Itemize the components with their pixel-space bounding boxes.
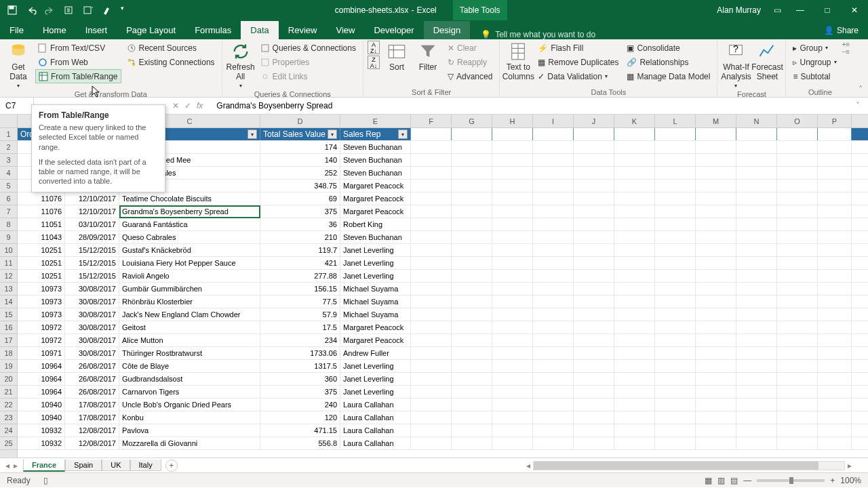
table-row[interactable]: 1025115/12/2015Gustaf's Knäckebröd119.7J… bbox=[18, 244, 868, 257]
tab-formulas[interactable]: Formulas bbox=[185, 21, 241, 39]
remove-duplicates-button[interactable]: ▦Remove Duplicates bbox=[535, 55, 621, 69]
filter-dropdown-icon[interactable]: ▾ bbox=[328, 129, 337, 139]
table-row[interactable]: 1094017/08/2017Konbu120Laura Callahan bbox=[18, 411, 868, 424]
row-header[interactable]: 19 bbox=[0, 360, 17, 373]
table-row[interactable]: 1107612/10/2017Grandma's Boysenberry Spr… bbox=[18, 205, 868, 218]
table-row[interactable]: 1096426/08/2017Gudbrandsdalsost360Janet … bbox=[18, 373, 868, 386]
row-header[interactable]: 14 bbox=[0, 296, 17, 308]
flash-fill-button[interactable]: ⚡Flash Fill bbox=[535, 41, 621, 55]
table-row[interactable]: 1093212/08/2017Mozzarella di Giovanni556… bbox=[18, 437, 868, 450]
zoom-in-button[interactable]: + bbox=[830, 476, 835, 485]
fx-icon[interactable]: fx bbox=[197, 101, 207, 110]
from-table-range-button[interactable]: From Table/Range bbox=[35, 69, 121, 83]
table-row[interactable]: 1104328/09/2017Queso Cabrales210Steven B… bbox=[18, 231, 868, 244]
page-break-view-icon[interactable]: ▤ bbox=[730, 476, 738, 485]
name-box[interactable]: C7 bbox=[0, 98, 34, 114]
col-header[interactable]: G bbox=[452, 115, 492, 127]
macro-record-icon[interactable]: ▯ bbox=[43, 476, 48, 485]
page-layout-view-icon[interactable]: ▥ bbox=[717, 476, 725, 485]
row-header[interactable]: 10 bbox=[0, 244, 17, 257]
row-header[interactable]: 23 bbox=[0, 411, 17, 424]
col-header[interactable]: J bbox=[574, 115, 614, 127]
row-header[interactable]: 2 bbox=[0, 141, 17, 154]
what-if-button[interactable]: ? What-If Analysis▾ bbox=[722, 41, 750, 90]
table-row[interactable]: 1094017/08/2017Uncle Bob's Organic Dried… bbox=[18, 399, 868, 411]
tab-review[interactable]: Review bbox=[279, 21, 327, 39]
row-header[interactable]: 9 bbox=[0, 231, 17, 244]
row-header[interactable]: 24 bbox=[0, 424, 17, 437]
row-header[interactable]: 4 bbox=[0, 167, 17, 180]
table-row[interactable]: 1096426/08/2017Côte de Blaye1317.5Janet … bbox=[18, 360, 868, 373]
row-header[interactable]: 20 bbox=[0, 373, 17, 386]
close-button[interactable]: ✕ bbox=[841, 0, 868, 20]
row-header[interactable]: 5 bbox=[0, 180, 17, 192]
enter-formula-icon[interactable]: ✓ bbox=[184, 101, 191, 110]
zoom-slider[interactable] bbox=[757, 479, 825, 482]
formula-input[interactable]: Grandma's Boysenberry Spread bbox=[212, 101, 856, 110]
data-model-button[interactable]: ▦Manage Data Model bbox=[624, 69, 713, 83]
row-header[interactable]: 11 bbox=[0, 257, 17, 270]
row-header[interactable]: 8 bbox=[0, 218, 17, 231]
zoom-out-button[interactable]: — bbox=[743, 476, 751, 485]
table-row[interactable]: 1097330/08/2017Gumbär Gummibärchen156.15… bbox=[18, 283, 868, 296]
row-header[interactable]: 7 bbox=[0, 205, 17, 218]
minimize-button[interactable]: — bbox=[787, 0, 814, 20]
recent-sources-button[interactable]: Recent Sources bbox=[124, 41, 218, 55]
tab-design[interactable]: Design bbox=[424, 21, 470, 39]
qat-icon-2[interactable] bbox=[83, 5, 94, 16]
tab-developer[interactable]: Developer bbox=[364, 21, 423, 39]
tab-data[interactable]: Data bbox=[241, 21, 278, 39]
undo-icon[interactable] bbox=[26, 5, 37, 16]
row-header[interactable]: 3 bbox=[0, 154, 17, 167]
filter-dropdown-icon[interactable]: ▾ bbox=[248, 129, 257, 139]
edit-links-button[interactable]: Edit Links bbox=[258, 69, 359, 83]
tab-page-layout[interactable]: Page Layout bbox=[117, 21, 185, 39]
data-validation-button[interactable]: ✓Data Validation ▾ bbox=[535, 69, 621, 83]
sheet-tab-france[interactable]: France bbox=[23, 460, 65, 472]
row-header[interactable]: 21 bbox=[0, 386, 17, 399]
clear-button[interactable]: ✕Clear bbox=[445, 41, 495, 55]
table-row[interactable]: 1107612/10/2017Teatime Chocolate Biscuit… bbox=[18, 192, 868, 205]
sort-asc-button[interactable]: AZ↓ bbox=[368, 41, 380, 54]
col-header[interactable]: D bbox=[260, 115, 340, 127]
table-row[interactable]: 1097230/08/2017Alice Mutton234Margaret P… bbox=[18, 334, 868, 347]
table-row[interactable]: 1097330/08/2017Jack's New England Clam C… bbox=[18, 308, 868, 321]
row-header[interactable]: 15 bbox=[0, 308, 17, 321]
hscroll-right-icon[interactable]: ▸ bbox=[845, 461, 854, 470]
normal-view-icon[interactable]: ▦ bbox=[705, 476, 712, 485]
table-row[interactable]: 1105103/10/2017Guaraná Fantástica36Rober… bbox=[18, 218, 868, 231]
row-header[interactable]: 25 bbox=[0, 437, 17, 450]
advanced-button[interactable]: ▽Advanced bbox=[445, 69, 495, 83]
properties-button[interactable]: Properties bbox=[258, 55, 359, 69]
col-header[interactable]: M bbox=[696, 115, 736, 127]
table-row[interactable]: 1025115/12/2015Ravioli Angelo277.88Janet… bbox=[18, 270, 868, 283]
col-header[interactable]: P bbox=[818, 115, 852, 127]
filter-button[interactable]: Filter bbox=[414, 41, 442, 73]
col-header[interactable]: L bbox=[655, 115, 696, 127]
row-header[interactable]: 17 bbox=[0, 334, 17, 347]
relationships-button[interactable]: 🔗Relationships bbox=[624, 55, 713, 69]
col-header[interactable]: E bbox=[340, 115, 411, 127]
horizontal-scrollbar[interactable] bbox=[533, 461, 845, 470]
sort-desc-button[interactable]: ZA↓ bbox=[368, 56, 380, 69]
row-header[interactable]: 13 bbox=[0, 283, 17, 296]
table-row[interactable]: 1093212/08/2017Pavlova471.15Laura Callah… bbox=[18, 424, 868, 437]
queries-connections-button[interactable]: Queries & Connections bbox=[258, 41, 359, 55]
table-row[interactable]: 1097230/08/2017Geitost17.5Margaret Peaco… bbox=[18, 321, 868, 334]
cancel-formula-icon[interactable]: ✕ bbox=[172, 101, 179, 110]
col-header[interactable]: F bbox=[411, 115, 452, 127]
col-header[interactable]: N bbox=[736, 115, 777, 127]
tell-me-search[interactable]: 💡 Tell me what you want to do bbox=[470, 30, 814, 39]
get-data-button[interactable]: Get Data▾ bbox=[4, 41, 33, 90]
row-header[interactable]: 18 bbox=[0, 347, 17, 360]
hscroll-left-icon[interactable]: ◂ bbox=[524, 461, 533, 470]
forecast-button[interactable]: Forecast Sheet bbox=[753, 41, 781, 83]
collapse-ribbon-icon[interactable]: ˄ bbox=[859, 85, 863, 94]
from-web-button[interactable]: From Web bbox=[35, 55, 121, 69]
sheet-tab-spain[interactable]: Spain bbox=[65, 460, 102, 471]
table-row[interactable]: 1025115/12/2015Louisiana Fiery Hot Peppe… bbox=[18, 257, 868, 270]
from-text-csv-button[interactable]: From Text/CSV bbox=[35, 41, 121, 55]
select-all-corner[interactable] bbox=[0, 115, 18, 127]
consolidate-button[interactable]: ▣Consolidate bbox=[624, 41, 713, 55]
col-header[interactable]: K bbox=[614, 115, 655, 127]
